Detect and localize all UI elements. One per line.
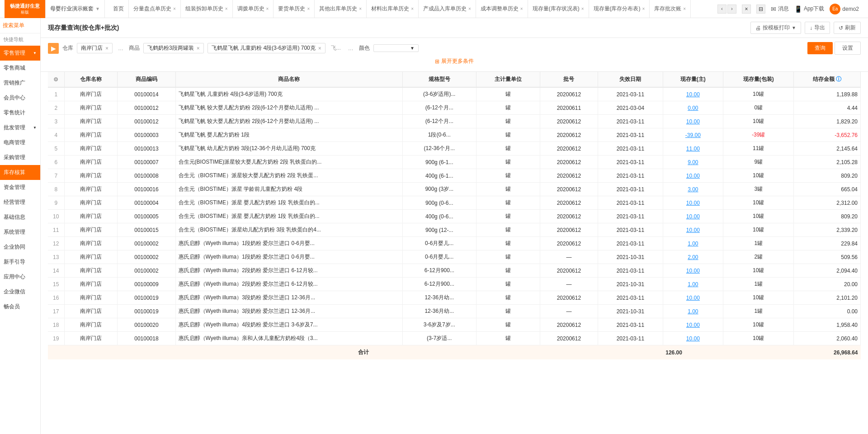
- tab-chengbentiaozheng[interactable]: 成本调整单历史 ×: [476, 0, 528, 18]
- tab-close-0[interactable]: ×: [173, 6, 176, 11]
- row-code: 00100003: [118, 128, 175, 142]
- tab-close-5[interactable]: ×: [411, 6, 414, 11]
- expand-more-conditions[interactable]: ⊞ 展开更多条件: [431, 57, 477, 66]
- sidebar-item-wechat-work[interactable]: 企业微信: [0, 284, 40, 299]
- sidebar-item-finance[interactable]: 资金管理: [0, 180, 40, 195]
- tab-zuzhuang[interactable]: 组装拆卸单历史 ×: [181, 0, 233, 18]
- row-warehouse: 南岸门店: [64, 210, 118, 223]
- export-icon: ↓: [810, 25, 812, 31]
- tab-qita-chuku[interactable]: 其他出库单历史 ×: [315, 0, 367, 18]
- sidebar-item-ecommerce[interactable]: 电商管理: [0, 135, 40, 150]
- tab-close-3[interactable]: ×: [307, 6, 310, 11]
- sidebar-item-app-center[interactable]: 应用中心: [0, 269, 40, 284]
- sidebar-search[interactable]: 搜索菜单: [0, 18, 40, 33]
- row-qty-main: 10.00: [663, 332, 723, 345]
- row-spec: 0-6月婴儿...: [402, 237, 476, 250]
- row-batch: 20200612: [540, 291, 598, 305]
- sidebar-item-retail-mgmt[interactable]: 零售管理 ▼: [0, 46, 40, 61]
- dropdown-icon[interactable]: ▼: [95, 6, 100, 11]
- color-filter-select[interactable]: ▼: [373, 44, 419, 52]
- sidebar-item-operations[interactable]: 经营管理: [0, 195, 40, 210]
- row-code: 00100002: [118, 237, 175, 250]
- row-qty-pack: 0罐: [723, 101, 794, 115]
- row-name: 飞鹤星飞帆 婴儿配方奶粉 1段: [175, 128, 402, 142]
- tab-xiancunliang-kucun[interactable]: 现存量(库存状况表) ×: [528, 0, 589, 18]
- account-dropdown-label[interactable]: 母婴行业演示账套: [50, 5, 94, 13]
- username-label: demo2: [842, 6, 859, 12]
- settings-button[interactable]: 设置: [835, 42, 861, 55]
- tab-close-1[interactable]: ×: [225, 6, 228, 11]
- tab-yaohuo[interactable]: 要货单历史 ×: [274, 0, 315, 18]
- tab-close-9[interactable]: ×: [642, 6, 645, 11]
- product-tag-close-1[interactable]: ×: [318, 45, 321, 52]
- row-unit: 罐: [476, 250, 540, 264]
- sidebar-item-system[interactable]: 系统管理: [0, 225, 40, 240]
- tab-close-4[interactable]: ×: [359, 6, 362, 11]
- print-button[interactable]: 🖨 按模板打印 ▼: [750, 22, 801, 34]
- sidebar-item-member-program[interactable]: 畅会员: [0, 299, 40, 314]
- sidebar-item-inventory[interactable]: 库存核算: [0, 165, 40, 180]
- sidebar-item-purchase[interactable]: 采购管理: [0, 150, 40, 165]
- nav-home[interactable]: 首页: [108, 0, 129, 18]
- sidebar-item-retail-mall[interactable]: 零售商城: [0, 61, 40, 75]
- row-qty-pack: 10罐: [723, 223, 794, 237]
- query-button[interactable]: 查询: [807, 42, 833, 54]
- sidebar-item-enterprise[interactable]: 企业协同: [0, 240, 40, 255]
- product-tag-close-0[interactable]: ×: [197, 45, 200, 52]
- tab-chanchengpin[interactable]: 产成品入库单历史 ×: [419, 0, 476, 18]
- tab-close-2[interactable]: ×: [266, 6, 269, 11]
- sidebar-item-basic-info[interactable]: 基础信息: [0, 210, 40, 225]
- row-expire: 2021-03-11: [598, 332, 663, 345]
- tab-close-8[interactable]: ×: [581, 6, 584, 11]
- row-no: 9: [48, 196, 64, 210]
- product-filter-tag-0[interactable]: 飞鹤奶粉3段两罐装 ×: [143, 43, 204, 53]
- prev-tab-button[interactable]: ‹: [717, 5, 726, 14]
- row-qty-pack: -39罐: [723, 128, 794, 142]
- tab-close-7[interactable]: ×: [520, 6, 523, 11]
- row-spec: 6-12月900...: [402, 278, 476, 291]
- message-button[interactable]: ✉ 消息: [771, 5, 789, 13]
- tab-close-10[interactable]: ×: [683, 6, 686, 11]
- row-no: 2: [48, 101, 64, 115]
- sidebar-item-member[interactable]: 会员中心: [0, 90, 40, 105]
- sidebar-item-label: 采购管理: [4, 154, 25, 161]
- row-expire: 2021-03-11: [598, 237, 663, 250]
- tab-diaobodanls[interactable]: 调拨单历史 ×: [233, 0, 274, 18]
- user-avatar-button[interactable]: Ea demo2: [830, 4, 859, 14]
- product-filter-tag-1[interactable]: 飞鹤星飞帆 儿童奶粉 4段(3-6岁适用) 700克 ×: [208, 43, 326, 53]
- warehouse-filter-tag[interactable]: 南岸门店 ×: [77, 43, 113, 53]
- info-icon[interactable]: ⓘ: [836, 76, 841, 82]
- sidebar-item-wholesale[interactable]: 批发管理 ▼: [0, 120, 40, 135]
- close-tab-button[interactable]: ×: [742, 5, 751, 14]
- next-tab-button[interactable]: ›: [727, 5, 736, 14]
- sidebar-item-guide[interactable]: 新手引导: [0, 255, 40, 269]
- footer-qty-total: 126.00: [663, 345, 723, 360]
- warehouse-tag-close[interactable]: ×: [105, 45, 108, 52]
- row-code: 00100016: [118, 183, 175, 196]
- tab-fenliangpandian[interactable]: 分量盘点单历史 ×: [129, 0, 181, 18]
- search-menu-label[interactable]: 搜索菜单: [3, 22, 24, 28]
- refresh-button[interactable]: ↺ 刷新: [834, 22, 861, 34]
- row-amount: 2,060.40: [794, 332, 861, 345]
- settings-icon[interactable]: ⚙: [53, 76, 58, 83]
- export-button[interactable]: ↓ 导出: [805, 22, 830, 34]
- filter-expand-arrow[interactable]: ▶: [48, 43, 59, 54]
- row-unit: 罐: [476, 210, 540, 223]
- row-qty-main: 10.00: [663, 291, 723, 305]
- warehouse-tag-value: 南岸门店: [81, 44, 103, 52]
- table-row: 19 南岸门店 00100018 惠氏启醇（Wyeth illuma）亲和人体儿…: [48, 332, 861, 345]
- tab-cailiao-chuku[interactable]: 材料出库单历史 ×: [367, 0, 419, 18]
- sidebar-item-retail-stats[interactable]: 零售统计: [0, 105, 40, 120]
- table-row: 1 南岸门店 00100014 飞鹤星飞帆 儿童奶粉 4段(3-6岁适用) 70…: [48, 87, 861, 101]
- tab-kucunpici[interactable]: 库存批次账 ×: [650, 0, 691, 18]
- row-unit: 罐: [476, 128, 540, 142]
- sidebar-item-marketing[interactable]: 营销推广: [0, 75, 40, 90]
- tab-close-6[interactable]: ×: [468, 6, 471, 11]
- expand-down-icon: ⊞: [435, 58, 439, 65]
- row-name: 飞鹤星飞帆 儿童奶粉 4段(3-6岁适用) 700克: [175, 87, 402, 101]
- more-options-button[interactable]: ⊟: [756, 5, 765, 14]
- app-download-button[interactable]: 📱 App下载: [794, 5, 824, 13]
- row-unit: 罐: [476, 101, 540, 115]
- row-warehouse: 南岸门店: [64, 278, 118, 291]
- tab-xiancunliang-fenbv[interactable]: 现存量(库存分布表) ×: [589, 0, 650, 18]
